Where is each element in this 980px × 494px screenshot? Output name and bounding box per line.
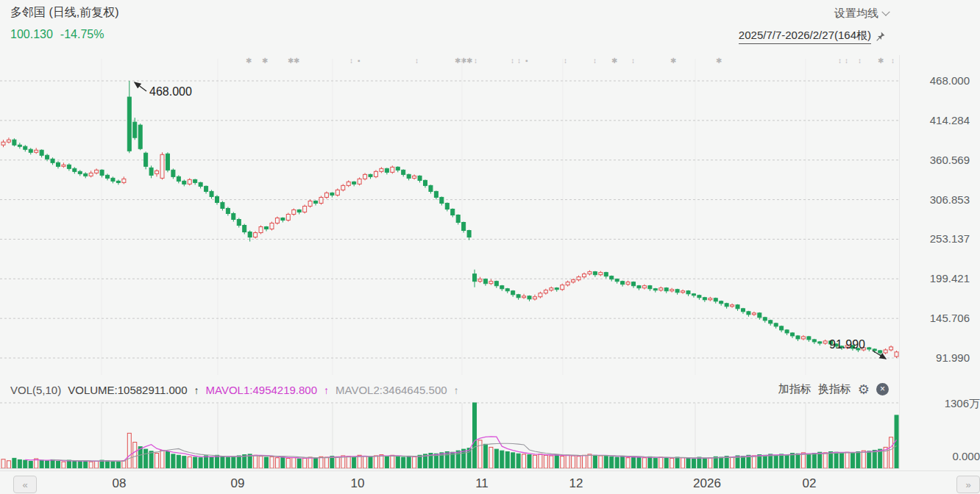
time-axis-label: 12 — [569, 476, 583, 491]
time-axis-label: 02 — [803, 476, 817, 491]
price-axis: 468.000414.284360.569306.853253.137199.4… — [899, 55, 980, 376]
price-axis-label: 468.000 — [930, 74, 970, 87]
close-icon[interactable]: × — [876, 383, 889, 395]
volume-up-arrow-icon: ↑ — [194, 384, 199, 396]
volume-indicator-header: VOL(5,10) VOLUME:10582911.000 ↑ MAVOL1:4… — [10, 384, 459, 396]
price-axis-label: 306.853 — [930, 193, 970, 206]
time-axis-label: 10 — [351, 476, 365, 491]
ma-settings-button[interactable]: 设置均线 — [834, 7, 889, 21]
scroll-right-button[interactable]: » — [956, 476, 980, 493]
vol-indicator-name: VOL(5,10) — [10, 384, 61, 396]
volume-chart-canvas[interactable] — [0, 401, 899, 469]
ma-settings-label: 设置均线 — [834, 7, 878, 21]
volume-axis-max: 1306万 — [909, 397, 980, 411]
stock-chart-app: 多邻国 (日线,前复权) 设置均线 100.130-14.75% 2025/7/… — [0, 0, 980, 494]
chevron-down-icon — [881, 7, 890, 15]
price-axis-label: 145.706 — [930, 312, 970, 324]
price-axis-label: 199.421 — [930, 272, 970, 284]
mavol2-up-arrow-icon: ↑ — [454, 384, 459, 396]
last-price: 100.130 — [10, 28, 53, 40]
scroll-left-button[interactable]: « — [13, 476, 37, 493]
price-axis-label: 360.569 — [930, 154, 970, 166]
stock-title: 多邻国 (日线,前复权) — [10, 5, 119, 21]
low-annotation: 91.990 — [829, 338, 865, 351]
mavol1-up-arrow-icon: ↑ — [324, 384, 329, 396]
price-axis-label: 414.284 — [930, 114, 970, 126]
volume-value: VOLUME:10582911.000 — [68, 384, 187, 396]
price-chart-canvas[interactable] — [0, 55, 899, 376]
price-change-percent: -14.75% — [60, 28, 104, 40]
mavol1-value: MAVOL1:4954219.800 — [206, 384, 318, 396]
axis-separator — [899, 55, 900, 469]
time-axis-label: 2026 — [693, 476, 721, 491]
add-indicator-button[interactable]: 加指标 — [778, 382, 812, 396]
high-annotation: 468.000 — [149, 85, 192, 99]
time-axis-label: 09 — [231, 476, 245, 491]
switch-indicator-button[interactable]: 换指标 — [818, 382, 851, 396]
mavol2-value: MAVOL2:3464645.500 — [335, 384, 447, 396]
date-range-link[interactable]: 2025/7/7-2026/2/27(164根) — [739, 29, 871, 44]
time-axis-label: 08 — [113, 476, 127, 491]
price-axis-label: 253.137 — [930, 232, 970, 245]
volume-axis-min: 0.000 — [909, 450, 980, 462]
time-axis: « » 0809101112202602 — [0, 470, 980, 494]
price-row: 100.130-14.75% — [10, 28, 104, 41]
gear-icon[interactable]: ⚙ — [858, 383, 870, 396]
time-axis-label: 11 — [475, 476, 489, 491]
pin-icon[interactable] — [875, 31, 886, 42]
price-axis-label: 91.990 — [936, 351, 970, 364]
